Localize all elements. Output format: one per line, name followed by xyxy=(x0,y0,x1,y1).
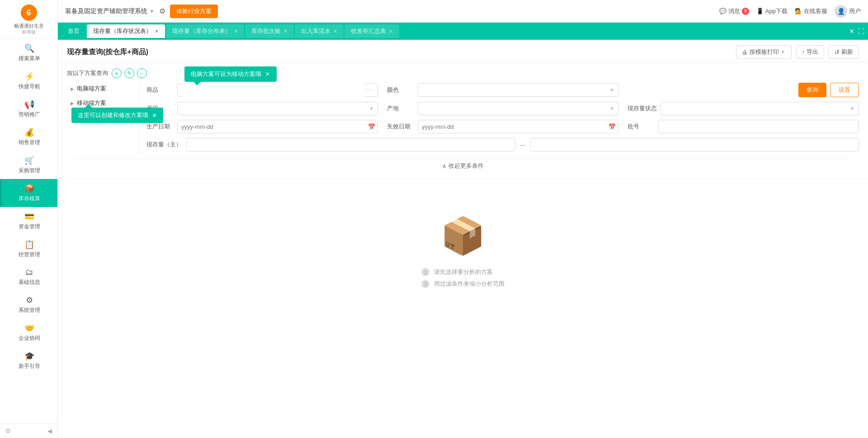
expiry-date-input[interactable] xyxy=(418,120,618,133)
sidebar-nav: 🔍 搜索菜单 ⚡ 快捷导航 📢 营销推广 💰 销售管理 🛒 采购管理 📦 库存核… xyxy=(0,39,57,424)
edit-scheme-btn[interactable]: ✎ xyxy=(124,68,134,78)
page-inner: 现存量查询(按仓库+商品) 🖨 按模板打印 ▼ ↑ 导出 ↺ 刷新 xyxy=(58,40,868,438)
industry-btn[interactable]: 体验行业方案 xyxy=(170,5,218,18)
refresh-btn[interactable]: ↺ 刷新 xyxy=(829,45,859,59)
back-scheme-btn[interactable]: ← xyxy=(137,68,147,78)
stock-main-from-input[interactable] xyxy=(186,138,515,151)
tab-close-recv-summary[interactable]: ✕ xyxy=(389,28,393,34)
sidebar-settings-icon[interactable]: ⚙ xyxy=(5,428,11,434)
notification-item[interactable]: 💬 消息 9 xyxy=(719,7,749,15)
reset-btn[interactable]: 设置 xyxy=(830,83,859,97)
tab-close-inventory-dist[interactable]: ✕ xyxy=(234,28,238,34)
tab-close-batch-ledger[interactable]: ✕ xyxy=(283,28,288,34)
collapse-btn[interactable]: ∧ 收起更多条件 xyxy=(76,159,850,173)
expiry-date-wrap: 📅 xyxy=(418,120,618,133)
sidebar-item-guide[interactable]: 🎓 新手引导 xyxy=(0,347,57,375)
support-icon: 💁 xyxy=(795,8,802,14)
tab-expand-icon[interactable]: ⛶ xyxy=(858,28,864,35)
operations-icon: 📋 xyxy=(24,240,34,250)
stock-range-separator: — xyxy=(520,141,526,148)
filter-size-row: 尺码 ▼ xyxy=(146,102,378,115)
filter-expiry-date-row: 失效日期 📅 xyxy=(387,120,618,133)
tab-close-inventory-status[interactable]: ✕ xyxy=(155,28,159,34)
filter-label: 按以下方案查询 xyxy=(67,69,108,77)
tab-home[interactable]: 首页 xyxy=(61,24,86,38)
main-area: 装备及固定资产辅助管理系统 ▼ ⚙ 体验行业方案 💬 消息 9 📱 App下载 … xyxy=(58,0,868,438)
filter-row-4: 现存量（主） — xyxy=(146,138,859,151)
print-icon: 🖨 xyxy=(742,49,748,56)
batch-no-input[interactable] xyxy=(658,120,859,133)
stock-main-to-input[interactable] xyxy=(530,138,859,151)
sidebar-item-inventory[interactable]: 📦 库存核算 xyxy=(0,179,57,207)
sales-icon: 💰 xyxy=(24,127,34,137)
collapse-up-icon: ∧ xyxy=(442,163,447,170)
sidebar-collapse-icon[interactable]: ◀ xyxy=(47,428,52,434)
tab-close-in-out-flow[interactable]: ✕ xyxy=(333,28,337,34)
logo-text: 畅通通好生意 标准版 xyxy=(14,23,44,35)
sidebar-item-enterprise[interactable]: 🤝 企业协同 xyxy=(0,319,57,347)
search-icon: 🔍 xyxy=(24,43,34,53)
tab-recv-summary[interactable]: 收发存汇总表 ✕ xyxy=(344,24,399,38)
refresh-icon: ↺ xyxy=(835,49,840,56)
print-btn[interactable]: 🖨 按模板打印 ▼ xyxy=(736,45,792,59)
tab-close-all-icon[interactable]: ✕ xyxy=(849,28,854,35)
sidebar-item-purchase[interactable]: 🛒 采购管理 xyxy=(0,151,57,179)
filter-body: ▶ 电脑端方案 ▶ 移动端方案 这里可以创建和修改方案哦 ✕ xyxy=(67,83,859,155)
stock-status-select[interactable]: ▼ xyxy=(660,102,859,115)
user-item[interactable]: 👤 用户 xyxy=(835,5,861,18)
origin-select[interactable]: ▼ xyxy=(418,102,618,115)
sidebar-item-operations[interactable]: 📋 经营管理 xyxy=(0,235,57,263)
tab-in-out-flow[interactable]: 出入库流水 ✕ xyxy=(295,24,344,38)
color-select[interactable]: ▼ xyxy=(418,83,618,97)
filter-mfg-date-row: 生产日期 📅 xyxy=(146,120,378,133)
sidebar-item-basic[interactable]: 🗂 基础信息 xyxy=(0,263,57,291)
tab-inventory-dist[interactable]: 现存量（库存分布表） ✕ xyxy=(166,24,244,38)
product-dots-icon[interactable]: ··· xyxy=(365,86,374,94)
mfg-date-label: 生产日期 xyxy=(146,122,174,131)
message-icon: 💬 xyxy=(719,8,726,14)
arrow-icon2: ▶ xyxy=(71,101,74,106)
sidebar-item-marketing[interactable]: 📢 营销推广 xyxy=(0,95,57,123)
query-btn[interactable]: 查询 xyxy=(798,83,826,97)
filter-batch-no-row: 批号 xyxy=(627,120,859,133)
export-btn[interactable]: ↑ 导出 xyxy=(796,45,825,59)
marketing-icon: 📢 xyxy=(24,99,34,109)
add-scheme-btn[interactable]: + xyxy=(112,68,122,78)
settings-icon[interactable]: ⚙ xyxy=(159,7,165,15)
expiry-date-calendar-icon[interactable]: 📅 xyxy=(609,123,616,130)
finance-icon: 💳 xyxy=(24,212,34,221)
filter-row-2: 尺码 ▼ 产地 ▼ xyxy=(146,102,859,115)
filter-product-row: 商品 ··· xyxy=(146,83,378,97)
tooltip1-close-btn[interactable]: ✕ xyxy=(265,71,270,78)
mfg-date-wrap: 📅 xyxy=(177,120,378,133)
online-support-item[interactable]: 💁 在线客服 xyxy=(795,7,827,15)
size-select[interactable]: ▼ xyxy=(177,102,378,115)
sidebar-item-quicknav[interactable]: ⚡ 快捷导航 xyxy=(0,67,57,95)
filter-area: 按以下方案查询 + ✎ ← 电脑方案可设为移动方案哦 ✕ xyxy=(58,63,868,179)
filter-actions: + ✎ ← xyxy=(112,68,147,78)
tooltip2-text: 这里可以创建和修改方案哦 xyxy=(78,111,148,119)
product-input-wrap[interactable]: ··· xyxy=(177,83,378,97)
app-download-item[interactable]: 📱 App下载 xyxy=(756,7,788,15)
filter-row-1: 商品 ··· 颜色 ▼ xyxy=(146,83,859,97)
tab-batch-ledger[interactable]: 库存批次账 ✕ xyxy=(245,24,294,38)
product-input[interactable] xyxy=(181,83,365,97)
topbar-right: 💬 消息 9 📱 App下载 💁 在线客服 👤 用户 xyxy=(719,5,861,18)
sidebar-item-sales[interactable]: 💰 销售管理 xyxy=(0,123,57,151)
filter-fields: 商品 ··· 颜色 ▼ xyxy=(139,83,859,155)
mfg-date-calendar-icon[interactable]: 📅 xyxy=(368,123,375,130)
filter-header: 按以下方案查询 + ✎ ← 电脑方案可设为移动方案哦 ✕ xyxy=(67,68,859,78)
tooltip2-close-btn[interactable]: ✕ xyxy=(152,112,157,119)
sidebar-item-system[interactable]: ⚙ 系统管理 xyxy=(0,291,57,319)
filter-stock-status-row: 现存量状态 ▼ xyxy=(627,102,859,115)
scheme-item-desktop[interactable]: ▶ 电脑端方案 xyxy=(67,83,134,94)
sidebar-item-search[interactable]: 🔍 搜索菜单 xyxy=(0,39,57,67)
tab-inventory-status[interactable]: 现存量（库存状况表） ✕ xyxy=(87,24,165,38)
mfg-date-input[interactable] xyxy=(177,120,378,133)
stock-main-label: 现存量（主） xyxy=(146,141,182,149)
system-name-area[interactable]: 装备及固定资产辅助管理系统 ▼ xyxy=(65,7,155,15)
system-name-arrow-icon: ▼ xyxy=(149,8,155,14)
sidebar-item-finance[interactable]: 💳 资金管理 xyxy=(0,207,57,235)
expiry-date-label: 失效日期 xyxy=(387,122,414,131)
notification-badge: 9 xyxy=(742,8,749,15)
